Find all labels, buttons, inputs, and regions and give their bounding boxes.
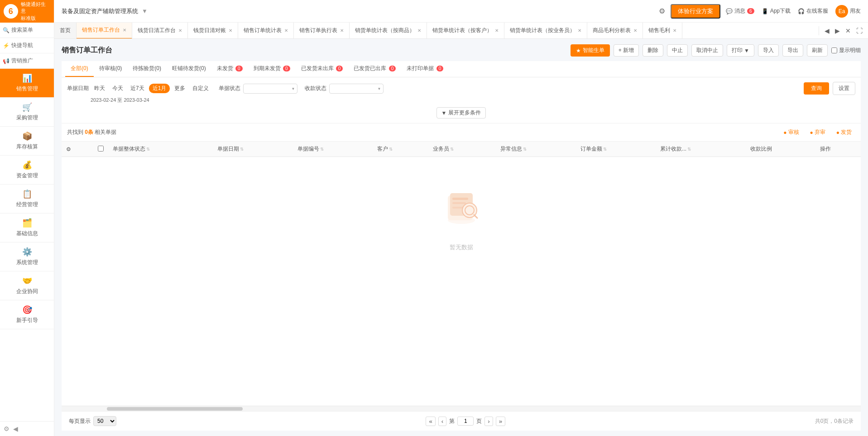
tab-close-sales-stats-customer[interactable]: ✕ [495, 28, 499, 33]
tab-sales-exec[interactable]: 销售订单执行表 ✕ [294, 23, 350, 39]
print-button[interactable]: 打印 ▼ [727, 44, 754, 57]
page-header: 销售订单工作台 ★ 智能生单 + 新增 删除 中止 取消中止 打印 ▼ 导入 导… [62, 44, 861, 57]
tabs-prev-btn[interactable]: ◀ [823, 26, 831, 35]
tab-product-margin[interactable]: 商品毛利分析表 ✕ [587, 23, 643, 39]
filter-payment-select[interactable] [329, 84, 384, 94]
solution-button[interactable]: 体验行业方案 [671, 4, 720, 19]
tab-close-sales-profit[interactable]: ✕ [673, 28, 676, 33]
tab-close-cashier-daily[interactable]: ✕ [178, 28, 182, 33]
tabs-next-btn[interactable]: ▶ [833, 26, 842, 35]
sort-status-icon[interactable]: ⇅ [146, 147, 150, 152]
sidebar-item-quick[interactable]: ⚡ 快捷导航 [0, 38, 54, 53]
purchase-icon: 🛒 [22, 102, 32, 112]
select-all-checkbox[interactable] [98, 146, 104, 152]
approve-button[interactable]: ● 审核 [780, 127, 802, 137]
tab-sales-stats-employee[interactable]: 销货单统计表（按业务员） ✕ [504, 23, 587, 39]
tab-close-cash-ledger[interactable]: ✕ [229, 28, 232, 33]
tab-close-sales-stats-employee[interactable]: ✕ [578, 28, 581, 33]
tab-sales-stats-customer[interactable]: 销货单统计表（按客户） ✕ [427, 23, 504, 39]
page-number-input[interactable] [457, 417, 474, 426]
subtab-all[interactable]: 全部(0) [65, 61, 94, 77]
tab-close-product-margin[interactable]: ✕ [633, 28, 637, 33]
last-page-btn[interactable]: » [496, 417, 505, 426]
sidebar-item-finance[interactable]: 💰 资金管理 [0, 156, 54, 185]
date-opt-1month[interactable]: 近1月 [149, 84, 170, 93]
refresh-button[interactable]: 刷新 [807, 44, 828, 57]
subtab-shipped-warehoused[interactable]: 已发货已出库 0 [348, 61, 401, 77]
next-page-btn[interactable]: › [484, 417, 493, 426]
tab-close-sales-stats[interactable]: ✕ [284, 28, 288, 33]
delete-button[interactable]: 删除 [643, 44, 663, 57]
show-detail-checkbox[interactable]: 显示明细 [831, 47, 861, 54]
subtab-overdue-not-shipped[interactable]: 到期未发货 0 [248, 61, 296, 77]
sort-customer-icon[interactable]: ⇅ [389, 147, 393, 152]
user-item[interactable]: Ea 用友 [835, 5, 861, 18]
tabs-fullscreen-btn[interactable]: ⛶ [854, 26, 864, 35]
subtab-pending-review[interactable]: 待审核(0) [94, 61, 128, 77]
scroll-area[interactable] [62, 406, 861, 411]
tab-cash-ledger[interactable]: 钱货日清对账 ✕ [188, 23, 238, 39]
sidebar-item-coop[interactable]: 🤝 企业协同 [0, 271, 54, 300]
tab-close-sales-stats-product[interactable]: ✕ [417, 28, 421, 33]
online-service-item[interactable]: 🎧 在线客服 [798, 7, 828, 15]
date-opt-custom[interactable]: 自定义 [190, 84, 211, 93]
sort-employee-icon[interactable]: ⇅ [450, 147, 454, 152]
smart-create-button[interactable]: ★ 智能生单 [571, 44, 610, 57]
sidebar-item-guide[interactable]: 🎯 新手引导 [0, 300, 54, 329]
sidebar-collapse-btn[interactable]: ◀ [13, 425, 18, 432]
sort-collected-icon[interactable]: ⇅ [687, 147, 691, 152]
stop-button[interactable]: 中止 [667, 44, 688, 57]
tab-close-sales-exec[interactable]: ✕ [340, 28, 344, 33]
subtab-pending-inspect[interactable]: 待拣验货(0) [127, 61, 167, 77]
phone-icon: 📱 [762, 8, 768, 14]
date-opt-7days[interactable]: 近7天 [128, 84, 147, 93]
sidebar-item-search[interactable]: 🔍 搜索菜单 [0, 23, 54, 38]
subtab-not-shipped[interactable]: 未发货 0 [211, 61, 248, 77]
date-opt-today[interactable]: 今天 [110, 84, 126, 93]
sort-number-icon[interactable]: ⇅ [320, 147, 324, 152]
guide-icon: 🎯 [22, 305, 32, 315]
ship-button[interactable]: ● 发货 [833, 127, 855, 137]
subtab-not-printed[interactable]: 未打印单据 0 [401, 61, 449, 77]
message-item[interactable]: 💬 消息 6 [726, 7, 754, 15]
expand-filter-button[interactable]: ▼ 展开更多条件 [436, 107, 486, 118]
sidebar-item-sales[interactable]: 📊 销售管理 [0, 69, 54, 98]
th-settings[interactable]: ⚙ [62, 142, 93, 157]
sort-amount-icon[interactable]: ⇅ [603, 147, 607, 152]
first-page-btn[interactable]: « [426, 417, 435, 426]
date-opt-more[interactable]: 更多 [172, 84, 188, 93]
tab-cashier-daily[interactable]: 钱货日清工作台 ✕ [132, 23, 188, 39]
sort-date-icon[interactable]: ⇅ [240, 147, 244, 152]
tabs-close-all-btn[interactable]: ✕ [844, 26, 853, 35]
subtab-shipped-not-warehoused[interactable]: 已发货未出库 0 [296, 61, 349, 77]
sort-abnormal-icon[interactable]: ⇅ [523, 147, 527, 152]
prev-page-btn[interactable]: ‹ [438, 417, 446, 426]
query-button[interactable]: 查询 [804, 82, 829, 95]
sidebar-item-operation[interactable]: 📋 经营管理 [0, 185, 54, 213]
sidebar-item-basic[interactable]: 🗂️ 基础信息 [0, 213, 54, 242]
sidebar-item-system[interactable]: ⚙️ 系统管理 [0, 242, 54, 271]
sidebar-settings-btn[interactable]: ⚙ [4, 425, 10, 432]
import-button[interactable]: 导入 [758, 44, 779, 57]
tab-home[interactable]: 首页 [54, 23, 77, 39]
tab-sales-workbench[interactable]: 销售订单工作台 ✕ [77, 23, 132, 39]
sidebar-item-marketing[interactable]: 📢 营销推广 [0, 53, 54, 69]
tab-close-sales-workbench[interactable]: ✕ [123, 28, 126, 33]
cancel-stop-button[interactable]: 取消中止 [691, 44, 723, 57]
revoke-button[interactable]: ● 弃审 [806, 127, 829, 137]
date-opt-yesterday[interactable]: 昨天 [91, 84, 108, 93]
page-size-select[interactable]: 50 10 20 100 [93, 416, 116, 426]
filter-settings-button[interactable]: 设置 [833, 82, 855, 95]
sidebar-item-inventory[interactable]: 📦 库存核算 [0, 127, 54, 156]
topbar-settings-icon[interactable]: ⚙ [659, 7, 665, 15]
tab-sales-stats[interactable]: 销售订单统计表 ✕ [238, 23, 294, 39]
export-button[interactable]: 导出 [782, 44, 803, 57]
filter-status-select[interactable] [243, 84, 297, 94]
tab-sales-stats-product[interactable]: 销货单统计表（按商品） ✕ [350, 23, 427, 39]
subtab-wangpu-ship[interactable]: 旺铺待发货(0) [167, 61, 211, 77]
show-detail-input[interactable] [831, 47, 837, 53]
tab-sales-profit[interactable]: 销售毛利 ✕ [643, 23, 682, 39]
sidebar-item-purchase[interactable]: 🛒 采购管理 [0, 98, 54, 127]
add-button[interactable]: + 新增 [614, 44, 639, 57]
app-download-item[interactable]: 📱 App下载 [762, 7, 791, 15]
